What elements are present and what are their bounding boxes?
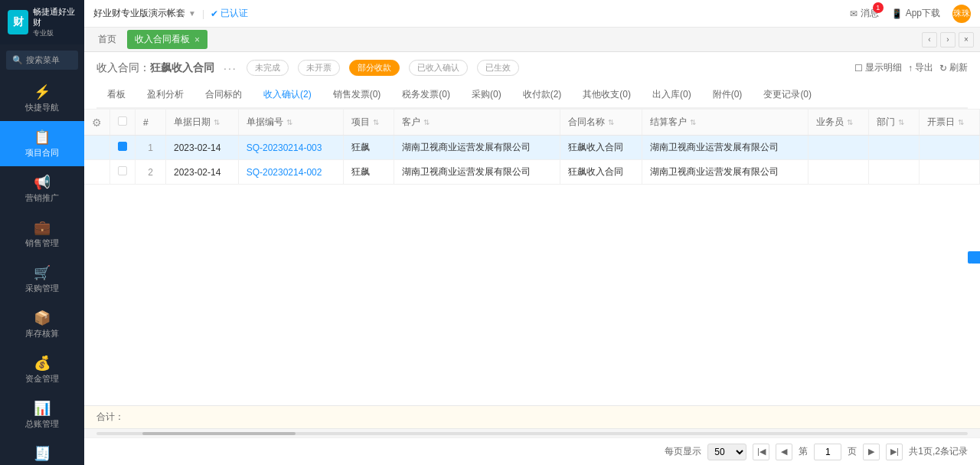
status-partial-button[interactable]: 部分收款 [349,60,400,76]
topbar-right: ✉ 1 消息 📱 App下载 珠珠 [850,5,971,23]
status-incomplete-button[interactable]: 未完成 [247,60,289,76]
table-row[interactable]: 2 2023-02-14 SQ-20230214-002 狂飙 湖南卫视商业运营… [84,160,980,185]
status-effective-button[interactable]: 已生效 [477,60,519,76]
show-detail-button[interactable]: ☐ 显示明细 [854,61,902,74]
company-name: 好业财专业版演示帐套 [93,7,185,20]
content-title-row: 收入合同：狂飙收入合同 ··· 未完成 未开票 部分收款 已收入确认 已生效 ☐… [96,60,968,76]
search-menu-button[interactable]: 🔍 搜索菜单 [6,51,78,70]
status-no-invoice-button[interactable]: 未开票 [298,60,340,76]
close-tab-icon[interactable]: × [194,34,200,45]
row-index: 2 [136,160,166,185]
tab-profit[interactable]: 盈利分析 [136,82,194,109]
th-contract[interactable]: 合同名称⇅ [560,110,642,136]
select-all-checkbox[interactable] [118,116,127,126]
tab-outbound[interactable]: 出入库(0) [642,82,702,109]
page-suffix: 页 [848,445,857,458]
sidebar: 财 畅捷通好业财 专业版 🔍 搜索菜单 ⚡ 快捷导航 📋 项目合同 📢 营销推广… [0,0,84,465]
export-button[interactable]: ↑ 导出 [908,61,933,74]
contract-board-tab[interactable]: 收入合同看板 × [127,30,207,49]
page-input[interactable] [814,444,841,460]
message-icon: ✉ [850,8,858,19]
refresh-button[interactable]: ↻ 刷新 [939,61,968,74]
tab-sales-invoice[interactable]: 销售发票(0) [322,82,392,109]
scroll-track [96,432,968,435]
tab-other[interactable]: 其他收支(0) [572,82,642,109]
tab-kanban[interactable]: 看板 [96,82,136,109]
inventory-icon: 📦 [34,309,51,326]
last-page-button[interactable]: ▶| [886,444,903,460]
invoice-icon: 🧾 [34,445,51,462]
tab-contract-std[interactable]: 合同标的 [194,82,253,109]
main-area: 好业财专业版演示帐套 ▼ | ✔ 已认证 ✉ 1 消息 📱 App下载 珠珠 [84,0,980,465]
row-contract: 狂飙收入合同 [560,136,642,160]
right-sidebar-button[interactable]: 编辑 [968,251,980,264]
total-info: 共1页,2条记录 [909,445,968,458]
sort-customer-icon: ⇅ [423,118,430,126]
tab-changes[interactable]: 变更记录(0) [753,82,822,109]
row-end-customer: 湖南卫视商业运营发展有限公司 [642,136,808,160]
row-index: 1 [136,136,166,160]
table-footer: 合计： [84,405,980,428]
sidebar-item-marketing[interactable]: 📢 营销推广 [0,166,84,211]
th-project[interactable]: 项目⇅ [344,110,394,136]
row-checkbox[interactable] [110,136,136,160]
row-date: 2023-02-14 [166,160,239,185]
th-department[interactable]: 部门⇅ [869,110,919,136]
app-download-button[interactable]: 📱 App下载 [891,7,940,20]
download-icon: 📱 [891,8,903,19]
tab-next-button[interactable]: › [940,32,956,47]
th-end-customer[interactable]: 结算客户⇅ [642,110,808,136]
scroll-thumb[interactable] [142,432,296,435]
th-date[interactable]: 单据日期⇅ [166,110,239,136]
horizontal-scrollbar[interactable] [84,428,980,437]
table-row[interactable]: 1 2023-02-14 SQ-20230214-003 狂飙 湖南卫视商业运营… [84,136,980,160]
sidebar-item-purchase[interactable]: 🛒 采购管理 [0,257,84,302]
tab-attachment[interactable]: 附件(0) [702,82,753,109]
tab-purchase[interactable]: 采购(0) [461,82,512,109]
number-link[interactable]: SQ-20230214-002 [247,167,322,178]
quick-icon: ⚡ [34,84,51,100]
tab-prev-button[interactable]: ‹ [922,32,937,47]
row-number[interactable]: SQ-20230214-003 [238,136,344,160]
messages-button[interactable]: ✉ 1 消息 [850,7,879,20]
row-open-date [919,160,979,185]
tab-label: 收入合同看板 [135,33,190,46]
per-page-select[interactable]: 20 50 100 [707,444,746,460]
home-tab[interactable]: 首页 [90,30,124,49]
th-open-date[interactable]: 开票日⇅ [919,110,979,136]
th-number[interactable]: 单据编号⇅ [238,110,344,136]
tab-payment[interactable]: 收付款(2) [512,82,573,109]
tab-tax-invoice[interactable]: 税务发票(0) [391,82,461,109]
user-avatar[interactable]: 珠珠 [952,5,971,23]
settings-icon[interactable]: ⚙ [92,116,102,129]
row-salesperson [808,160,868,185]
sidebar-item-inventory[interactable]: 📦 库存核算 [0,302,84,347]
sidebar-item-project[interactable]: 📋 项目合同 [0,121,84,166]
tab-confirm[interactable]: 收入确认(2) [253,82,322,109]
sidebar-item-general[interactable]: 📊 总账管理 [0,392,84,437]
topbar-left: 好业财专业版演示帐套 ▼ | ✔ 已认证 [93,7,248,20]
th-salesperson[interactable]: 业务员⇅ [808,110,868,136]
number-link[interactable]: SQ-20230214-003 [247,142,322,153]
prev-page-button[interactable]: ◀ [776,444,792,460]
logo-icon: 财 [8,10,28,34]
row-customer: 湖南卫视商业运营发展有限公司 [394,160,560,185]
status-confirmed-button[interactable]: 已收入确认 [409,60,468,76]
sidebar-item-fund[interactable]: 💰 资金管理 [0,347,84,392]
sidebar-item-sales[interactable]: 💼 销售管理 [0,211,84,257]
sort-contract-icon: ⇅ [608,118,614,126]
sidebar-item-invoice[interactable]: 🧾 发票管理 [0,437,84,465]
tab-close-button[interactable]: × [959,32,974,47]
company-selector[interactable]: 好业财专业版演示帐套 ▼ [93,7,196,20]
row-checkbox[interactable] [110,160,136,185]
th-customer[interactable]: 客户⇅ [394,110,560,136]
first-page-button[interactable]: |◀ [753,444,769,460]
row-number[interactable]: SQ-20230214-002 [238,160,344,185]
row-open-date [919,136,979,160]
app-logo: 财 畅捷通好业财 专业版 [0,0,84,44]
next-page-button[interactable]: ▶ [863,444,880,460]
marketing-icon: 📢 [34,174,51,191]
sidebar-item-quick[interactable]: ⚡ 快捷导航 [0,76,84,121]
divider: | [202,8,204,19]
more-options-button[interactable]: ··· [224,62,237,74]
